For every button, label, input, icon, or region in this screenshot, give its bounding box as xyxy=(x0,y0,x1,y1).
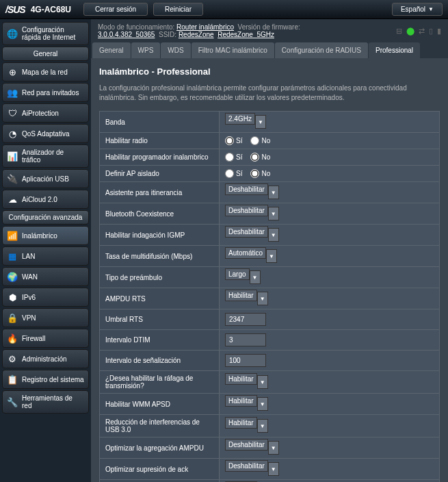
band-select[interactable]: 2.4GHz xyxy=(225,113,255,125)
wan-icon: 🌍 xyxy=(7,271,18,282)
wan-status-icon: ⇄ xyxy=(419,27,425,36)
mode-link[interactable]: Router inalámbrico xyxy=(176,23,234,31)
admin-icon: ⚙ xyxy=(7,353,18,364)
dtim-input[interactable] xyxy=(225,333,266,346)
txburst-select[interactable]: Habilitar xyxy=(225,373,257,385)
dropdown-icon[interactable]: ▼ xyxy=(266,249,277,263)
language-select[interactable]: Español▼ xyxy=(392,3,443,16)
sidebar-quick-setup[interactable]: 🌐Configuración rápida de Internet xyxy=(2,22,89,45)
sidebar-aicloud[interactable]: ☁AiCloud 2.0 xyxy=(2,190,89,209)
ssid1-link[interactable]: RedesZone xyxy=(179,31,214,38)
tools-icon: 🔧 xyxy=(7,396,18,407)
dropdown-icon[interactable]: ▼ xyxy=(268,441,279,455)
sched-yes[interactable] xyxy=(225,153,234,162)
fire-icon: 🔥 xyxy=(7,333,18,344)
sidebar-network-map[interactable]: ⊕Mapa de la red xyxy=(2,62,89,81)
gauge-icon: ◔ xyxy=(7,128,18,139)
map-icon: ⊕ xyxy=(7,66,18,77)
logout-button[interactable]: Cerrar sesión xyxy=(83,3,148,16)
ack-select[interactable]: Deshabilitar xyxy=(225,460,268,472)
usb-icon: 🔌 xyxy=(7,173,18,184)
page-title: Inalámbrico - Professional xyxy=(99,66,440,77)
link-status-icon: ⬤ xyxy=(406,27,414,36)
preamble-select[interactable]: Largo xyxy=(225,268,250,280)
guest-icon: 👥 xyxy=(7,87,18,98)
dropdown-icon[interactable]: ▼ xyxy=(268,186,279,199)
info-bar: Modo de funcionamiento: Router inalámbri… xyxy=(91,19,448,42)
ampdurts-select[interactable]: Habilitar xyxy=(225,290,257,301)
dropdown-icon[interactable]: ▼ xyxy=(257,292,268,305)
isolate-no[interactable] xyxy=(250,169,259,178)
sidebar-vpn[interactable]: 🔒VPN xyxy=(2,308,89,327)
sidebar-admin[interactable]: ⚙Administración xyxy=(2,349,89,368)
ampdu-select[interactable]: Deshabilitar xyxy=(225,439,268,451)
settings-table: Banda2.4GHz▼ Habilitar radioSíNo Habilit… xyxy=(99,111,440,482)
vpn-icon: 🔒 xyxy=(7,312,18,323)
mcast-select[interactable]: Automático xyxy=(225,247,266,259)
sidebar-nettools[interactable]: 🔧Herramientas de red xyxy=(2,390,89,414)
globe-icon: 🌐 xyxy=(7,28,18,39)
radio-no[interactable] xyxy=(250,136,259,145)
sidebar-usb-app[interactable]: 🔌Aplicación USB xyxy=(2,169,89,188)
dropdown-icon[interactable]: ▼ xyxy=(257,375,268,389)
sidebar-firewall[interactable]: 🔥Firewall xyxy=(2,329,89,348)
dropdown-icon[interactable]: ▼ xyxy=(268,228,279,242)
sidebar-aiprotection[interactable]: 🛡AiProtection xyxy=(2,103,89,123)
chart-icon: 📊 xyxy=(7,151,18,162)
usb30-select[interactable]: Habilitar xyxy=(225,417,257,429)
tab-radius[interactable]: Configuración de RADIUS xyxy=(275,42,368,58)
sidebar-lan[interactable]: ▦LAN xyxy=(2,246,89,266)
isolate-yes[interactable] xyxy=(225,169,234,178)
signal-icon: ▮ xyxy=(437,27,441,36)
sched-no[interactable] xyxy=(250,153,259,162)
sidebar-syslog[interactable]: 📋Registro del sistema xyxy=(2,370,89,389)
wmm-select[interactable]: Habilitar xyxy=(225,395,257,407)
rts-input[interactable] xyxy=(225,313,266,326)
asus-logo: /SUS xyxy=(5,4,25,15)
igmp-select[interactable]: Deshabilitar xyxy=(225,226,268,238)
tab-macfilter[interactable]: Filtro MAC inalámbrico xyxy=(192,42,274,58)
log-icon: 📋 xyxy=(7,374,18,385)
sidebar-header-general: General xyxy=(2,47,89,61)
sidebar-traffic-analyzer[interactable]: 📊Analizador de tráfico xyxy=(2,144,89,168)
usb-status-icon: ⊟ xyxy=(396,27,402,36)
dropdown-icon[interactable]: ▼ xyxy=(268,462,279,476)
sidebar-ipv6[interactable]: ⬢IPv6 xyxy=(2,288,89,307)
reboot-button[interactable]: Reiniciar xyxy=(153,3,203,16)
firmware-link[interactable]: 3.0.0.4.382_50365 xyxy=(98,31,155,38)
sim-status-icon: ▯ xyxy=(429,27,433,36)
sidebar-wan[interactable]: 🌍WAN xyxy=(2,267,89,286)
page-description: La configuración profesional inalámbrica… xyxy=(99,84,440,103)
tab-professional[interactable]: Professional xyxy=(369,42,420,58)
dropdown-icon[interactable]: ▼ xyxy=(255,115,266,129)
radio-yes[interactable] xyxy=(225,136,234,145)
cloud-icon: ☁ xyxy=(7,194,18,205)
beacon-input[interactable] xyxy=(225,354,266,367)
wifi-icon: 📶 xyxy=(7,230,18,241)
ssid2-link[interactable]: RedesZone_5GHz xyxy=(218,31,274,38)
tab-general[interactable]: General xyxy=(92,42,131,58)
dropdown-icon[interactable]: ▼ xyxy=(257,419,268,433)
chevron-down-icon: ▼ xyxy=(428,6,434,12)
roaming-select[interactable]: Deshabilitar xyxy=(225,183,268,195)
tab-wps[interactable]: WPS xyxy=(131,42,161,58)
shield-icon: 🛡 xyxy=(7,107,18,118)
sidebar-header-advanced: Configuración avanzada xyxy=(2,210,89,225)
lan-icon: ▦ xyxy=(7,251,18,262)
sidebar-wireless[interactable]: 📶Inalámbrico xyxy=(2,226,89,245)
sidebar-guest-network[interactable]: 👥Red para invitados xyxy=(2,83,89,102)
btcoex-select[interactable]: Deshabilitar xyxy=(225,205,268,216)
ipv6-icon: ⬢ xyxy=(7,292,18,303)
dropdown-icon[interactable]: ▼ xyxy=(268,207,279,220)
status-icons: ⊟ ⬤ ⇄ ▯ ▮ xyxy=(396,23,441,38)
sidebar-qos[interactable]: ◔QoS Adaptativa xyxy=(2,124,89,143)
dropdown-icon[interactable]: ▼ xyxy=(257,397,268,411)
dropdown-icon[interactable]: ▼ xyxy=(250,270,261,284)
model-name: 4G-AC68U xyxy=(31,5,71,14)
tab-wds[interactable]: WDS xyxy=(161,42,190,58)
